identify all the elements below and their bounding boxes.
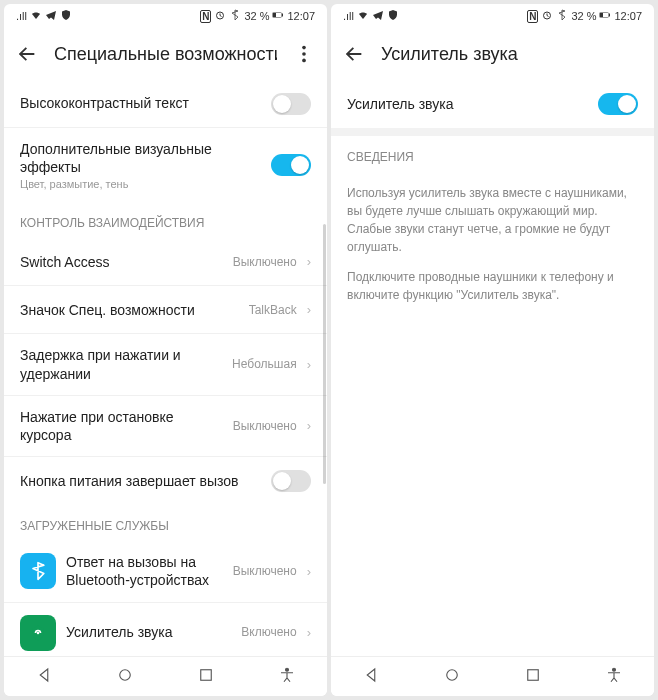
svg-rect-9 — [201, 669, 212, 680]
row-label: Switch Access — [20, 253, 223, 271]
svg-rect-14 — [609, 14, 610, 17]
page-title: Усилитель звука — [381, 44, 642, 65]
row-label: Усилитель звука — [347, 95, 588, 113]
chevron-right-icon: › — [307, 418, 311, 433]
row-bt-answer[interactable]: Ответ на вызовы на Bluetooth-устройствах… — [4, 541, 327, 602]
svg-point-6 — [302, 59, 306, 63]
battery-icon — [272, 9, 284, 23]
row-cursor-stop[interactable]: Нажатие при остановке курсора Выключено … — [4, 396, 327, 457]
row-a11y-icon[interactable]: Значок Спец. возможности TalkBack › — [4, 286, 327, 334]
more-icon[interactable] — [293, 43, 315, 65]
row-sublabel: Цвет, размытие, тень — [20, 178, 261, 190]
row-value: Включено — [241, 625, 296, 639]
status-bar: .ıll N 32 % 12:07 — [4, 4, 327, 28]
toggle-visual-effects[interactable] — [271, 154, 311, 176]
battery-pct: 32 % — [244, 10, 269, 22]
row-power-end-call[interactable]: Кнопка питания завершает вызов — [4, 457, 327, 505]
back-icon[interactable] — [16, 43, 38, 65]
chevron-right-icon: › — [307, 625, 311, 640]
nav-bar — [331, 656, 654, 696]
chevron-right-icon: › — [307, 254, 311, 269]
row-label: Значок Спец. возможности — [20, 301, 239, 319]
toggle-power-end-call[interactable] — [271, 470, 311, 492]
row-label: Высококонтрастный текст — [20, 94, 261, 112]
nav-recent-icon[interactable] — [524, 666, 542, 688]
row-label: Нажатие при остановке курсора — [20, 408, 223, 444]
svg-point-8 — [120, 669, 131, 680]
shield-icon — [60, 9, 72, 23]
chevron-right-icon: › — [307, 564, 311, 579]
row-label: Задержка при нажатии и удержании — [20, 346, 222, 382]
svg-point-17 — [612, 668, 615, 671]
row-visual-effects[interactable]: Дополнительные визуальные эффекты Цвет, … — [4, 128, 327, 202]
wifi-icon — [357, 9, 369, 23]
nav-accessibility-icon[interactable] — [278, 666, 296, 688]
chevron-right-icon: › — [307, 302, 311, 317]
nav-back-icon[interactable] — [362, 666, 380, 688]
row-value: Выключено — [233, 419, 297, 433]
signal-icon: .ıll — [16, 10, 27, 22]
section-header-info: СВЕДЕНИЯ — [331, 136, 654, 172]
svg-point-5 — [302, 52, 306, 56]
signal-icon: .ıll — [343, 10, 354, 22]
bluetooth-icon — [229, 9, 241, 23]
clock: 12:07 — [287, 10, 315, 22]
phone-right: .ıll N 32 % 12:07 Усилитель звука Усилит… — [331, 4, 654, 696]
telegram-icon — [372, 9, 384, 23]
row-value: Небольшая — [232, 357, 297, 371]
back-icon[interactable] — [343, 43, 365, 65]
status-bar: .ıll N 32 % 12:07 — [331, 4, 654, 28]
settings-list[interactable]: Высококонтрастный текст Дополнительные в… — [4, 80, 327, 656]
info-paragraph-1: Используя усилитель звука вместе с наушн… — [331, 172, 654, 268]
page-title: Специальные возможности — [54, 44, 277, 65]
toggle-high-contrast[interactable] — [271, 93, 311, 115]
section-header-services: ЗАГРУЖЕННЫЕ СЛУЖБЫ — [4, 505, 327, 541]
wifi-icon — [30, 9, 42, 23]
row-value: TalkBack — [249, 303, 297, 317]
row-sound-amplifier[interactable]: Усилитель звука Включено › — [4, 603, 327, 657]
battery-pct: 32 % — [571, 10, 596, 22]
row-label: Усилитель звука — [66, 623, 231, 641]
row-label: Дополнительные визуальные эффекты — [20, 140, 261, 176]
header: Специальные возможности — [4, 28, 327, 80]
svg-point-4 — [302, 46, 306, 50]
bluetooth-icon — [556, 9, 568, 23]
nav-home-icon[interactable] — [443, 666, 461, 688]
alarm-icon — [214, 9, 226, 23]
battery-icon — [599, 9, 611, 23]
amplifier-app-icon — [20, 615, 56, 651]
row-touch-hold[interactable]: Задержка при нажатии и удержании Небольш… — [4, 334, 327, 395]
nav-recent-icon[interactable] — [197, 666, 215, 688]
chevron-right-icon: › — [307, 357, 311, 372]
clock: 12:07 — [614, 10, 642, 22]
nfc-icon: N — [200, 10, 211, 23]
row-value: Выключено — [233, 255, 297, 269]
svg-rect-16 — [528, 669, 539, 680]
header: Усилитель звука — [331, 28, 654, 80]
row-high-contrast[interactable]: Высококонтрастный текст — [4, 80, 327, 128]
row-label: Кнопка питания завершает вызов — [20, 472, 261, 490]
svg-rect-13 — [600, 13, 603, 17]
nav-home-icon[interactable] — [116, 666, 134, 688]
row-label: Ответ на вызовы на Bluetooth-устройствах — [66, 553, 223, 589]
row-switch-access[interactable]: Switch Access Выключено › — [4, 238, 327, 286]
svg-point-7 — [37, 631, 40, 634]
telegram-icon — [45, 9, 57, 23]
info-paragraph-2: Подключите проводные наушники к телефону… — [331, 268, 654, 316]
phone-left: .ıll N 32 % 12:07 Специальные возможност… — [4, 4, 327, 696]
alarm-icon — [541, 9, 553, 23]
svg-rect-3 — [282, 14, 283, 17]
nav-bar — [4, 656, 327, 696]
content: Усилитель звука СВЕДЕНИЯ Используя усили… — [331, 80, 654, 656]
nav-back-icon[interactable] — [35, 666, 53, 688]
svg-point-15 — [447, 669, 458, 680]
svg-rect-2 — [273, 13, 276, 17]
scrollbar[interactable] — [323, 224, 326, 484]
row-value: Выключено — [233, 564, 297, 578]
toggle-amplifier[interactable] — [598, 93, 638, 115]
svg-point-10 — [285, 668, 288, 671]
nav-accessibility-icon[interactable] — [605, 666, 623, 688]
shield-icon — [387, 9, 399, 23]
bluetooth-app-icon — [20, 553, 56, 589]
row-amplifier-toggle[interactable]: Усилитель звука — [331, 80, 654, 128]
